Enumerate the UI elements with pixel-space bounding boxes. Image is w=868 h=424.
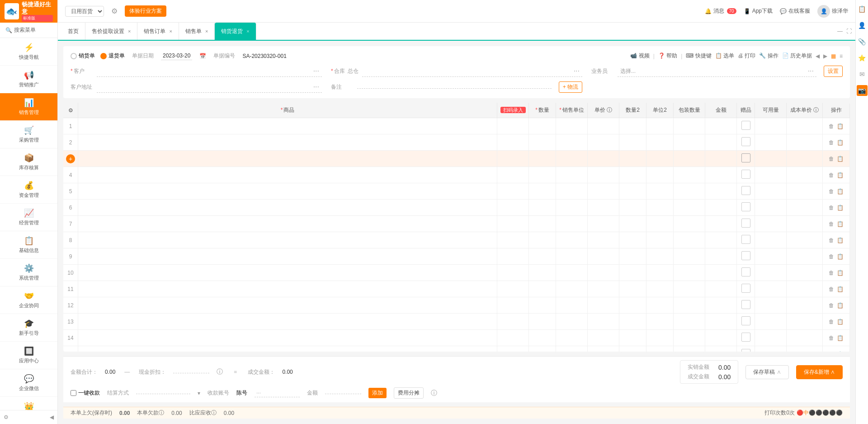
warehouse-input[interactable]: ··· — [362, 66, 582, 77]
delete-icon[interactable]: 🗑 — [829, 302, 834, 309]
amount-cell[interactable] — [705, 167, 737, 183]
customer-input[interactable]: ··· — [97, 66, 322, 77]
delete-icon[interactable]: 🗑 — [829, 253, 834, 260]
cost-cell[interactable] — [787, 134, 823, 151]
cost-cell[interactable] — [787, 281, 823, 297]
gift-cell[interactable] — [737, 281, 755, 297]
gift-checkbox[interactable] — [741, 349, 750, 352]
amount-cell[interactable] — [705, 151, 737, 167]
product-cell[interactable] — [78, 118, 497, 134]
gift-cell[interactable] — [737, 265, 755, 281]
one-click-payment-label[interactable]: 一键收款 — [71, 389, 100, 397]
product-cell[interactable] — [78, 183, 497, 200]
copy-icon[interactable]: 📋 — [837, 205, 844, 211]
pack-qty-cell[interactable] — [674, 248, 705, 265]
gift-checkbox[interactable] — [741, 333, 750, 342]
daily-goods-select[interactable]: 日用百货 — [65, 6, 104, 17]
unit-cell[interactable] — [556, 216, 588, 232]
sidebar-item-finance[interactable]: 💰 资金管理 — [0, 176, 57, 204]
tab-sales-return[interactable]: 销货退货 × — [215, 23, 256, 40]
panel-icon-4[interactable]: ⭐ — [857, 52, 868, 63]
gift-cell[interactable] — [737, 314, 755, 330]
available-cell[interactable] — [755, 118, 787, 134]
unit2-cell[interactable] — [646, 134, 674, 151]
cost-cell[interactable] — [787, 265, 823, 281]
product-cell[interactable] — [78, 134, 497, 151]
help-btn[interactable]: ❓ 帮助 — [658, 52, 677, 60]
trial-button[interactable]: 体验行业方案 — [125, 5, 166, 17]
delete-icon[interactable]: 🗑 — [829, 270, 834, 276]
amount-cell[interactable] — [705, 346, 737, 352]
gift-cell[interactable] — [737, 346, 755, 352]
amount-cell[interactable] — [705, 183, 737, 200]
gift-cell[interactable] — [737, 297, 755, 314]
gift-cell[interactable] — [737, 330, 755, 346]
product-input[interactable] — [81, 156, 494, 162]
gift-cell[interactable] — [737, 183, 755, 200]
copy-icon[interactable]: 📋 — [837, 139, 844, 146]
panel-icon-1[interactable]: 📋 — [857, 4, 868, 14]
th-setting[interactable]: ⚙ — [63, 103, 78, 118]
qty-cell[interactable] — [529, 216, 556, 232]
available-cell[interactable] — [755, 297, 787, 314]
tab-price-extract[interactable]: 售价提取设置 × — [85, 23, 137, 40]
address-input[interactable]: ··· — [97, 81, 322, 93]
price-cell[interactable] — [588, 248, 619, 265]
copy-icon[interactable]: 📋 — [837, 237, 844, 243]
grid-view-icon[interactable]: ▦ — [831, 53, 836, 59]
delete-icon[interactable]: 🗑 — [829, 123, 834, 129]
price-cell[interactable] — [588, 118, 619, 134]
select-btn[interactable]: 📋 选单 — [715, 52, 734, 60]
unit2-cell[interactable] — [646, 314, 674, 330]
save-new-button[interactable]: 保存&新增 ∧ — [796, 365, 843, 379]
price-cell[interactable] — [588, 330, 619, 346]
qty-cell[interactable] — [529, 330, 556, 346]
gift-checkbox[interactable] — [741, 267, 750, 276]
amount-cell[interactable] — [705, 248, 737, 265]
date-value[interactable]: 2023-03-20 — [161, 52, 192, 60]
copy-icon[interactable]: 📋 — [837, 188, 844, 195]
unit2-cell[interactable] — [646, 118, 674, 134]
tab-price-extract-close[interactable]: × — [128, 29, 131, 34]
amount-cell[interactable] — [705, 297, 737, 314]
gift-checkbox[interactable] — [741, 170, 750, 179]
qty2-cell[interactable] — [619, 346, 646, 352]
sidebar-item-wechat[interactable]: 💬 企业微信 — [0, 369, 57, 397]
next-btn[interactable]: ▶ — [823, 53, 827, 59]
amount-cell[interactable] — [705, 134, 737, 151]
product-cell[interactable] — [78, 151, 497, 167]
qty2-cell[interactable] — [619, 330, 646, 346]
gift-checkbox[interactable] — [741, 251, 750, 260]
unit-cell[interactable] — [556, 248, 588, 265]
unit2-cell[interactable] — [646, 281, 674, 297]
qty2-cell[interactable] — [619, 297, 646, 314]
collapse-icon[interactable]: ◀ — [50, 414, 54, 420]
app-download-btn[interactable]: 📱 App下载 — [744, 7, 773, 15]
pack-qty-cell[interactable] — [674, 297, 705, 314]
sidebar-search[interactable]: 🔍 搜索菜单 — [0, 23, 57, 38]
sidebar-item-system[interactable]: ⚙️ 系统管理 — [0, 259, 57, 286]
gift-checkbox[interactable] — [741, 219, 750, 228]
one-click-payment-checkbox[interactable] — [71, 390, 76, 396]
delete-icon[interactable]: 🗑 — [829, 188, 834, 195]
staff-input[interactable]: 选择... ··· — [618, 66, 816, 77]
list-view-icon[interactable]: ≡ — [840, 53, 843, 59]
sidebar-item-app[interactable]: 🔲 应用中心 — [0, 342, 57, 369]
cost-cell[interactable] — [787, 183, 823, 200]
unit-cell[interactable] — [556, 281, 588, 297]
price-cell[interactable] — [588, 265, 619, 281]
qty-cell[interactable] — [529, 200, 556, 216]
unit2-cell[interactable] — [646, 183, 674, 200]
price-cell[interactable] — [588, 151, 619, 167]
radio-sale[interactable]: 销货单 — [71, 52, 95, 60]
user-menu[interactable]: 👤 徐泽华 — [817, 5, 848, 18]
pack-qty-cell[interactable] — [674, 118, 705, 134]
cost-cell[interactable] — [787, 216, 823, 232]
sidebar-item-marketing[interactable]: 📢 营销推广 — [0, 66, 57, 93]
sidebar-item-enterprise[interactable]: 🤝 企业协同 — [0, 286, 57, 314]
copy-icon[interactable]: 📋 — [837, 319, 844, 325]
panel-icon-3[interactable]: 📎 — [857, 36, 868, 47]
settings-gear-icon[interactable]: ⚙ — [111, 7, 118, 15]
gift-checkbox[interactable] — [741, 316, 750, 325]
unit2-cell[interactable] — [646, 167, 674, 183]
